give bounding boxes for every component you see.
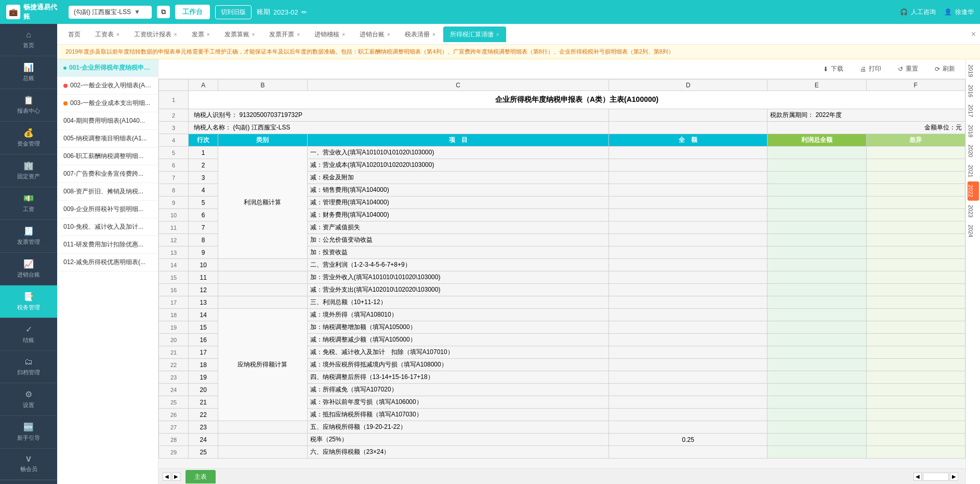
sheet-nav-left-btn[interactable]: ◀ [163, 473, 171, 481]
download-button[interactable]: ⬇ 下载 [819, 62, 847, 75]
guide-icon: 🆕 [23, 422, 34, 432]
reset-label: 重置 [906, 64, 918, 73]
year-btn-2023[interactable]: 2023 [968, 202, 979, 220]
left-nav-item-006[interactable]: 006-职工薪酬纳税调整明细... [57, 148, 158, 165]
left-nav-item-010[interactable]: 010-免税、减计收入及加计... [57, 218, 158, 236]
year-btn-2018[interactable]: 2018 [968, 122, 979, 140]
tab-close-all-btn[interactable]: × [971, 30, 976, 39]
tab-tax-calc-label: 所得税汇算清缴 [450, 30, 494, 39]
cancel-fixed-btn[interactable]: ◄ 取消固定 [0, 480, 57, 484]
sidebar-item-settings[interactable]: ⚙ 设置 [0, 383, 57, 416]
main-panel: ⬇ 下载 🖨 打印 ↺ 重置 ⟳ 刷新 [158, 59, 965, 484]
copy-button[interactable]: ⧉ [157, 6, 170, 18]
sidebar-item-member[interactable]: V 畅会员 [0, 449, 57, 480]
sheet-nav-right-btn[interactable]: ▶ [172, 473, 180, 481]
period-edit-icon[interactable]: ✏ [301, 8, 307, 16]
scroll-track[interactable] [923, 473, 949, 481]
sidebar-item-home[interactable]: ⌂ 首页 [0, 24, 57, 56]
col-header-row-4: 4 行次 类别 项 目 全 额 利润总全额 差异 [159, 134, 965, 147]
user-service-btn[interactable]: 🎧 人工咨询 [900, 8, 936, 17]
tab-payroll-close[interactable]: × [116, 32, 120, 37]
table-row: 15 11 加：营业外收入(填写A101010\101020\103000) [159, 271, 965, 284]
user-profile-btn[interactable]: 👤 徐逢华 [944, 8, 974, 17]
home-icon: ⌂ [26, 30, 31, 40]
tab-payroll-stats[interactable]: 工资统计报表 × [127, 27, 184, 42]
tab-sales-check-close[interactable]: × [342, 32, 345, 37]
print-button[interactable]: 🖨 打印 [856, 62, 885, 75]
tab-invoice-calc[interactable]: 发票算账 × [218, 27, 262, 42]
refresh-button[interactable]: ⟳ 刷新 [931, 62, 959, 75]
tax-period-value: 2022年度 [815, 111, 842, 119]
left-nav-item-002[interactable]: 002-一般企业收入明细表(A1... [57, 77, 158, 95]
sidebar-item-assets[interactable]: 🏢 固定资产 [0, 154, 57, 187]
row-num-3: 3 [159, 122, 189, 134]
col-label-hangci: 行次 [189, 134, 218, 147]
year-btn-2024[interactable]: 2024 [968, 221, 979, 240]
table-row: 16 12 减：营业外支出(填写A102010\102020\103000) [159, 284, 965, 296]
category-yinashuisuodede: 应纳税所得额计算 [218, 309, 307, 421]
tab-invoice[interactable]: 发票 × [185, 27, 217, 42]
reset-button[interactable]: ↺ 重置 [894, 62, 922, 75]
year-btn-2016[interactable]: 2016 [968, 82, 979, 100]
sidebar-item-payroll[interactable]: 💵 工资 [0, 187, 57, 220]
col-header-d: D [609, 80, 767, 91]
left-nav-item-009[interactable]: 009-企业所得税补亏损明细... [57, 201, 158, 218]
company-selector[interactable]: (勾副) 江西服宝-LSS ▼ [69, 6, 152, 19]
tab-invoice-open[interactable]: 发票开票 × [262, 27, 307, 42]
tab-tax-calc-close[interactable]: × [496, 32, 499, 37]
tab-tax-list-close[interactable]: × [432, 32, 435, 37]
tab-tax-calc[interactable]: 所得税汇算清缴 × [443, 27, 506, 42]
sidebar-item-invoices[interactable]: 🧾 发票管理 [0, 220, 57, 253]
left-nav-item-011[interactable]: 011-研发费用加计扣除优惠... [57, 236, 158, 254]
table-row: 29 25 六、应纳所得税额（23×24） [159, 446, 965, 459]
left-nav-item-003[interactable]: 003-一般企业成本支出明细... [57, 95, 158, 112]
left-nav-item-008[interactable]: 008-资产折旧、摊销及纳税... [57, 183, 158, 201]
year-btn-2021[interactable]: 2021 [968, 162, 979, 180]
tab-payroll-stats-close[interactable]: × [174, 32, 177, 37]
left-nav-item-007[interactable]: 007-广告费和业务宣传费跨... [57, 165, 158, 183]
tab-invoice-calc-close[interactable]: × [252, 32, 255, 37]
tab-invoice-close[interactable]: × [207, 32, 210, 37]
col-label-lirun: 利润总全额 [767, 134, 866, 147]
nav-item-012-label: 012-减免所得税优惠明细表(... [63, 258, 152, 267]
sidebar-item-sales[interactable]: 📈 进销台账 [0, 253, 57, 285]
tab-payroll[interactable]: 工资表 × [88, 27, 126, 42]
tab-tax-list[interactable]: 税表清册 × [398, 27, 442, 42]
left-nav-item-004[interactable]: 004-期间费用明细表(A1040... [57, 112, 158, 130]
year-btn-2017[interactable]: 2017 [968, 101, 979, 120]
table-row: 18 14 应纳税所得额计算 减：境外所得（填写A108010） [159, 309, 965, 321]
tab-home[interactable]: 首页 [61, 27, 87, 42]
sidebar-item-funds[interactable]: 💰 资金管理 [0, 122, 57, 154]
tab-invoice-open-close[interactable]: × [297, 32, 300, 37]
spreadsheet-title: 企业所得税年度纳税申报表（A类）主表(A100000) [189, 91, 965, 109]
left-nav-item-001[interactable]: 001-企业所得税年度纳税申报... [57, 59, 158, 77]
scroll-left-btn[interactable]: ◀ [913, 473, 922, 481]
tab-sales-ledger-close[interactable]: × [387, 32, 390, 37]
nav-item-010-label: 010-免税、减计收入及加计... [63, 223, 152, 231]
tab-sales-ledger-label: 进销台账 [360, 30, 385, 39]
tax-id-label: 纳税人识别号： [194, 111, 237, 119]
table-container[interactable]: A B C D E F [158, 79, 965, 468]
sheet-tab-main[interactable]: 主表 [186, 470, 216, 483]
tab-sales-ledger[interactable]: 进销台账 × [353, 27, 397, 42]
year-btn-2022[interactable]: 2022 [968, 181, 979, 200]
sidebar-item-reports[interactable]: 📋 报表中心 [0, 89, 57, 122]
left-nav-item-012[interactable]: 012-减免所得税优惠明细表(... [57, 254, 158, 271]
year-btn-2019[interactable]: 2019 [968, 61, 979, 80]
sidebar-item-label: 新手引导 [17, 434, 40, 442]
sidebar-item-archive[interactable]: 🗂 归档管理 [0, 351, 57, 383]
print-icon: 🖨 [860, 66, 866, 73]
switch-version-button[interactable]: 切到旧版 [215, 5, 251, 19]
left-nav-item-005[interactable]: 005-纳税调整项目明细表(A1... [57, 130, 158, 148]
sidebar-item-guide[interactable]: 🆕 新手引导 [0, 416, 57, 449]
workbench-button[interactable]: 工作台 [175, 5, 210, 19]
sidebar-item-ledger[interactable]: 📊 总账 [0, 56, 57, 89]
logo-icon: 💼 [6, 5, 20, 19]
refresh-label: 刷新 [943, 64, 955, 73]
category-lirun: 利润总额计算 [218, 147, 307, 259]
tab-sales-check[interactable]: 进销稽核 × [308, 27, 352, 42]
sidebar-item-tax[interactable]: 📑 税务管理 [0, 285, 57, 318]
scroll-right-btn[interactable]: ▶ [950, 473, 958, 481]
year-btn-2020[interactable]: 2020 [968, 141, 979, 160]
sidebar-item-settle[interactable]: ✓ 结账 [0, 318, 57, 351]
